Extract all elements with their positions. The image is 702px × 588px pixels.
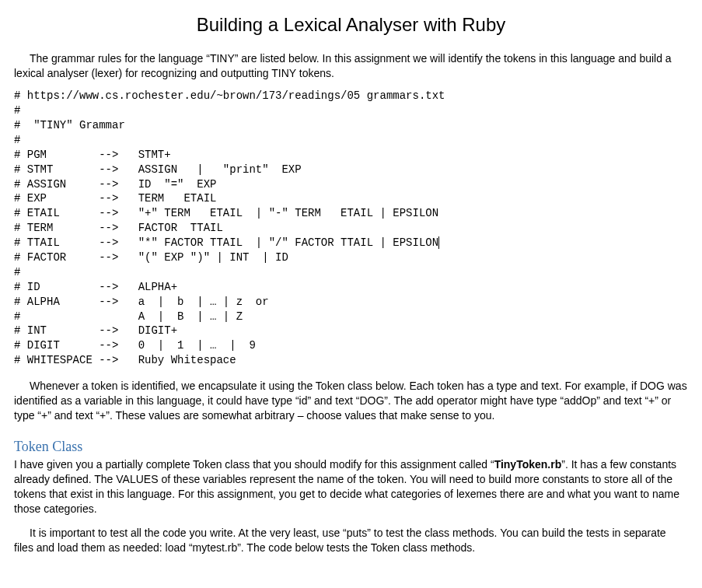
token-class-p1-a: I have given you a partially complete To… [14, 458, 494, 471]
grammar-block: # https://www.cs.rochester.edu/~brown/17… [14, 89, 688, 368]
token-class-paragraph-2: It is important to test all the code you… [14, 526, 688, 555]
page-title: Building a Lexical Analyser with Ruby [14, 12, 688, 37]
section-heading-token-class: Token Class [14, 437, 688, 456]
text-cursor [438, 236, 439, 249]
intro-paragraph: The grammar rules for the language “TINY… [14, 51, 688, 81]
token-paragraph: Whenever a token is identified, we encap… [14, 379, 688, 423]
token-class-paragraph-1: I have given you a partially complete To… [14, 457, 688, 516]
token-class-p1-bold: TinyToken.rb [494, 458, 562, 471]
